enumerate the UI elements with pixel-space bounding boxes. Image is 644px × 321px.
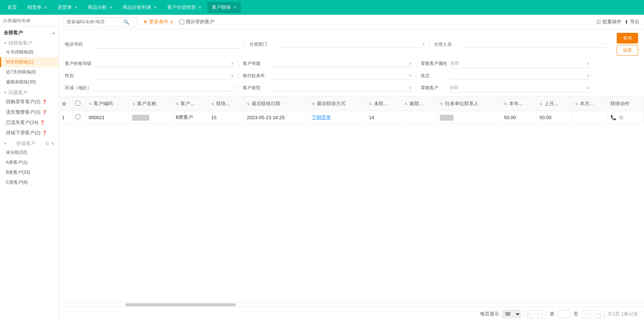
sort-icon-overdue[interactable]: ⇅ (405, 102, 407, 106)
sort-icon[interactable]: ⇅ (89, 102, 92, 106)
payment-select[interactable]: ∨ (272, 72, 412, 79)
sort-icon-unit[interactable]: ⇅ (440, 102, 443, 106)
dept-select[interactable]: ∨ (278, 41, 425, 48)
nav-home[interactable]: 首页 (3, 2, 21, 13)
gender-chevron: ∨ (231, 73, 234, 77)
sort-icon-method[interactable]: ⇅ (312, 102, 315, 106)
col-contact-count: ⇅ 联络... (208, 97, 244, 111)
cell-name: █████ (129, 111, 172, 124)
col-unit-contact: ⇅ 往来单位联系人 (437, 97, 501, 111)
export-btn[interactable]: ⬆ 导出 (624, 18, 640, 25)
nav-product-list[interactable]: 商品分析列表 ✕ (118, 2, 161, 13)
qr-icon[interactable]: ⊞ (619, 115, 623, 120)
first-page-btn[interactable]: |< (524, 310, 535, 318)
region-select[interactable]: ··· (94, 84, 234, 92)
gender-select[interactable]: ∨ (94, 72, 234, 79)
my-customers-checkbox[interactable]: 我分管的客户 (179, 18, 214, 25)
sort-icon-name[interactable]: ⇅ (132, 102, 135, 106)
sort-icon-type[interactable]: ⇅ (176, 102, 179, 106)
col-checkbox[interactable] (72, 97, 85, 111)
sort-icon-date[interactable]: ⇅ (247, 102, 250, 106)
toolbar: 🔍 ▼ 更多条件 ∧ 我分管的客户 ☑ 批量操作 ⬆ 导出 (59, 15, 644, 29)
help-icon-churn-warning[interactable]: ❓ (42, 110, 47, 115)
row-checkbox[interactable] (76, 114, 80, 119)
sidebar-item-ungrouped[interactable]: 未分组(32) (0, 148, 59, 158)
close-product-analysis-icon[interactable]: ✕ (109, 5, 112, 10)
sort-icon-this-month[interactable]: ⇅ (575, 102, 578, 106)
page-suffix: 页 (574, 311, 578, 317)
last-page-btn[interactable]: >| (594, 310, 605, 318)
search-input[interactable] (67, 19, 122, 24)
page-size-select[interactable]: 50 100 200 (502, 310, 521, 318)
close-customer-tier-icon[interactable]: ✕ (198, 5, 202, 10)
sort-icon-contact[interactable]: ⇅ (211, 102, 214, 106)
sidebar-item-a-class[interactable]: A类客户(1) (0, 158, 59, 168)
scroll-bar-container[interactable] (59, 302, 644, 307)
person-select[interactable]: ··· (463, 41, 609, 48)
help-icon-abnormal[interactable]: ❓ (42, 100, 47, 104)
my-customers-check[interactable] (179, 20, 184, 24)
sidebar-item-overdue[interactable]: 逾期未联络(30) (0, 77, 59, 87)
edit-icon[interactable]: ✎ (51, 141, 55, 146)
sidebar-item-c-class[interactable]: C类客户(6) (0, 177, 59, 187)
filter-more-btn[interactable]: ▼ 更多条件 ∧ (140, 17, 176, 27)
sidebar-search-input[interactable] (3, 18, 58, 23)
prev-page-btn[interactable]: < (538, 310, 547, 318)
call-icon[interactable]: 📞 (610, 115, 616, 120)
sidebar-item-tomorrow[interactable]: 明天待联络(1) (0, 57, 59, 67)
help-icon-churned[interactable]: ❓ (40, 120, 45, 125)
export-icon: ⬆ (624, 19, 629, 25)
col-settings[interactable]: ⚙ (59, 97, 72, 111)
search-icon[interactable]: 🔍 (123, 19, 129, 25)
nav-sales[interactable]: 销货单 ✕ (23, 2, 52, 13)
collapse-icon[interactable]: « (52, 30, 55, 36)
cell-overdue (401, 111, 437, 124)
customer-table: ⚙ ⇅ 客户编码 ⇅ 客户名称 (59, 97, 644, 124)
close-purchase-icon[interactable]: ✕ (74, 5, 77, 10)
help-icon-declining[interactable]: ❓ (42, 131, 47, 135)
cell-checkbox[interactable] (72, 111, 85, 124)
cell-last-method[interactable]: 下销货单 (308, 111, 365, 124)
price-level-select[interactable]: ∨ (94, 60, 234, 67)
col-last-month: ⇅ 上月... (536, 97, 572, 111)
sidebar-item-churned[interactable]: 已流失客户(24) ❓ (0, 117, 59, 128)
phone-input[interactable] (94, 40, 240, 49)
nav-customer-contact[interactable]: 客户联络 ✕ (207, 2, 241, 13)
retail-customer-select[interactable]: 全部 ∨ (449, 83, 589, 93)
refresh-icon[interactable]: ↻ (45, 141, 49, 146)
sidebar-item-abnormal[interactable]: 回购异常客户(2) ❓ (0, 97, 59, 107)
query-btn[interactable]: 查询 (617, 33, 638, 44)
sidebar-item-churn-warning[interactable]: 流失预警客户(3) ❓ (0, 107, 59, 117)
sidebar-item-today[interactable]: 今天待联络(0) (0, 47, 59, 57)
next-page-btn[interactable]: > (581, 310, 591, 318)
sidebar-item-declining[interactable]: 持续下滑客户(2) ❓ (0, 128, 59, 138)
nav-customer-tier[interactable]: 客户分层经营 ✕ (163, 2, 206, 13)
cell-last-date: 2023-05-23 18:25: (244, 111, 308, 124)
payment-label: 收付款条件 (243, 73, 269, 79)
sidebar-item-b-class[interactable]: B类客户(33) (0, 168, 59, 177)
nav-product-analysis[interactable]: 商品分析 ✕ (83, 2, 117, 13)
filter-row-4: 区域（地区） ··· 客户类型 ∨ 零散客户 (65, 83, 638, 93)
status-select[interactable]: ∨ (449, 72, 589, 79)
scroll-bar-thumb[interactable] (125, 303, 236, 306)
nav-purchase[interactable]: 进货单 ✕ (53, 2, 82, 13)
sort-icon-last-month[interactable]: ⇅ (539, 102, 542, 106)
select-all-checkbox[interactable] (76, 101, 80, 106)
close-customer-contact-icon[interactable]: ✕ (233, 5, 237, 10)
reset-btn[interactable]: 设置 (617, 45, 638, 56)
settings-icon[interactable]: ⚙ (62, 101, 66, 107)
divider-3 (238, 59, 238, 68)
sidebar-item-7days[interactable]: 近7天待联络(0) (0, 67, 59, 77)
page-input[interactable]: 1 (557, 310, 571, 318)
filter-phone: 电话号码 (65, 40, 240, 49)
sort-icon-year[interactable]: ⇅ (504, 102, 507, 106)
close-product-list-icon[interactable]: ✕ (154, 5, 157, 10)
customer-type-select[interactable]: ∨ (272, 84, 412, 92)
close-sales-icon[interactable]: ✕ (44, 5, 47, 10)
retail-attr-select[interactable]: 全部 ∨ (450, 59, 589, 68)
total-text: 共1页 1条记录 (608, 311, 638, 317)
customer-level-label: 客户等级 (243, 61, 269, 67)
sort-icon-not-contacted[interactable]: ⇅ (369, 102, 372, 106)
customer-level-select[interactable]: ∨ (272, 60, 412, 67)
batch-btn[interactable]: ☑ 批量操作 (596, 18, 622, 25)
